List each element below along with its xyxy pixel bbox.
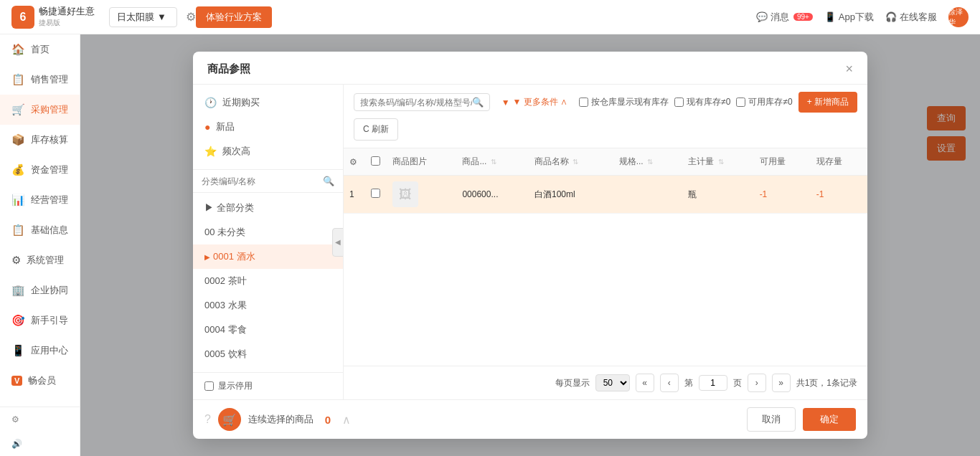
experience-button[interactable]: 体验行业方案 — [196, 6, 272, 28]
cancel-button[interactable]: 取消 — [747, 407, 796, 432]
cell-image: 🖼 — [387, 176, 456, 214]
left-panel-tabs: 🕐 近期购买 ● 新品 ⭐ 频次高 — [193, 85, 343, 170]
col-stock[interactable]: 现存量 — [811, 148, 867, 176]
category-0008[interactable]: 0008 水 — [193, 366, 343, 372]
phone-icon: 📱 — [824, 11, 836, 22]
category-0002[interactable]: 0002 茶叶 — [193, 269, 343, 293]
sidebar-item-guide[interactable]: 🎯 新手引导 — [0, 305, 80, 336]
modal-footer: ? 🛒 连续选择的商品 0 ∧ 取消 确定 — [193, 399, 867, 439]
sidebar-item-system[interactable]: ⚙ 系统管理 — [0, 245, 80, 275]
sidebar-item-finance[interactable]: 💰 资金管理 — [0, 155, 80, 185]
new-product-button[interactable]: + 新增商品 — [798, 92, 857, 113]
cart-button[interactable]: 🛒 — [218, 408, 241, 431]
messages-item[interactable]: 💬 消息 99+ — [756, 11, 813, 24]
member-icon: V — [11, 376, 22, 386]
col-spec[interactable]: 规格... ⇅ — [613, 148, 682, 176]
expand-icon: ▶ — [204, 253, 210, 261]
tab-new-products[interactable]: ● 新品 — [193, 115, 343, 139]
category-0001[interactable]: ▶ 0001 酒水 — [193, 244, 343, 269]
show-disabled-checkbox[interactable] — [204, 381, 214, 391]
sidebar-item-basic[interactable]: 📋 基础信息 — [0, 215, 80, 245]
total-info: 共1页，1条记录 — [796, 377, 857, 389]
page-size-select[interactable]: 50 — [595, 374, 630, 391]
basic-icon: 📋 — [11, 224, 25, 237]
sidebar-item-apps[interactable]: 📱 应用中心 — [0, 336, 80, 366]
inventory-icon: 📦 — [11, 133, 25, 146]
gear-icon[interactable]: ⚙ — [186, 10, 196, 24]
sidebar-item-inventory[interactable]: 📦 库存核算 — [0, 125, 80, 155]
cell-unit: 瓶 — [682, 176, 753, 214]
right-toolbar: 🔍 ▼ ▼ 更多条件 ∧ 按仓库显示现有库存 现有库存≠0 — [344, 85, 867, 148]
main-content: 查询 设置 商品参照 × 🕐 近期购买 — [80, 34, 980, 456]
checkbox-current-stock[interactable]: 现有库存≠0 — [674, 96, 730, 108]
sidebar-bottom-volume[interactable]: 🔊 — [0, 432, 80, 456]
modal-close-button[interactable]: × — [845, 62, 853, 77]
filter-button[interactable]: ▼ ▼ 更多条件 ∧ — [496, 93, 573, 111]
tab-recent-purchase[interactable]: 🕐 近期购买 — [193, 90, 343, 115]
cell-spec — [613, 176, 682, 214]
collapse-button[interactable]: ◀ — [332, 228, 344, 257]
page-input[interactable] — [699, 375, 727, 391]
sidebar-bottom-settings[interactable]: ⚙ — [0, 407, 80, 432]
checkbox-available-stock[interactable]: 可用库存≠0 — [736, 96, 792, 108]
sidebar-item-operations[interactable]: 📊 经营管理 — [0, 185, 80, 215]
sidebar-item-home[interactable]: 🏠 首页 — [0, 34, 80, 65]
modal-header: 商品参照 × — [193, 52, 867, 85]
cell-code: 000600... — [456, 176, 529, 214]
app-download-item[interactable]: 📱 App下载 — [824, 11, 874, 24]
sidebar-item-member[interactable]: V 畅会员 — [0, 366, 80, 396]
operations-icon: 📊 — [11, 194, 25, 206]
modal-title: 商品参照 — [207, 62, 250, 76]
category-all[interactable]: ▶ 全部分类 — [193, 196, 343, 220]
col-available[interactable]: 可用量 — [754, 148, 811, 176]
category-0004[interactable]: 0004 零食 — [193, 318, 343, 342]
search-icon[interactable]: 🔍 — [472, 97, 484, 108]
product-search-input[interactable] — [360, 98, 472, 108]
apps-icon: 📱 — [11, 344, 25, 357]
user-item[interactable]: 徐泽华 — [948, 7, 969, 27]
sidebar-item-enterprise[interactable]: 🏢 企业协同 — [0, 275, 80, 305]
clock-icon: 🕐 — [204, 97, 217, 108]
enterprise-icon: 🏢 — [11, 284, 25, 297]
col-settings[interactable]: ⚙ — [344, 148, 365, 176]
confirm-button[interactable]: 确定 — [803, 408, 856, 431]
purchase-icon: 🛒 — [11, 103, 25, 116]
sort-spec-icon: ⇅ — [647, 158, 653, 166]
select-all-checkbox[interactable] — [371, 156, 380, 166]
selected-count: 0 — [321, 414, 335, 426]
cell-name: 白酒100ml — [529, 176, 613, 214]
logo-icon: 6 — [11, 6, 34, 29]
category-search-icon[interactable]: 🔍 — [323, 176, 334, 186]
table-row[interactable]: 1 🖼 000600... 白酒100ml 瓶 — [344, 176, 867, 214]
message-icon: 💬 — [756, 11, 768, 22]
cell-checkbox[interactable] — [365, 176, 387, 214]
modal-overlay: 商品参照 × 🕐 近期购买 ● 新品 — [80, 34, 980, 456]
tab-frequent[interactable]: ⭐ 频次高 — [193, 139, 343, 163]
sidebar-item-sales[interactable]: 📋 销售管理 — [0, 65, 80, 95]
show-disabled-label[interactable]: 显示停用 — [218, 380, 253, 392]
nav-right: 💬 消息 99+ 📱 App下载 🎧 在线客服 徐泽华 — [756, 7, 969, 27]
page-size-label: 每页显示 — [555, 377, 590, 389]
sidebar-bottom: ⚙ 🔊 — [0, 407, 80, 456]
system-icon: ⚙ — [11, 254, 21, 267]
category-00[interactable]: 00 未分类 — [193, 220, 343, 244]
sidebar-item-purchase[interactable]: 🛒 采购管理 — [0, 95, 80, 125]
refresh-button[interactable]: C 刷新 — [354, 118, 398, 141]
category-0003[interactable]: 0003 水果 — [193, 293, 343, 318]
col-name[interactable]: 商品名称 ⇅ — [529, 148, 613, 176]
last-page-button[interactable]: » — [772, 374, 791, 392]
online-service-item[interactable]: 🎧 在线客服 — [885, 11, 937, 24]
first-page-button[interactable]: « — [636, 374, 654, 392]
message-badge: 99+ — [793, 13, 813, 21]
checkbox-warehouse-stock[interactable]: 按仓库显示现有库存 — [579, 96, 669, 108]
product-thumbnail: 🖼 — [392, 181, 418, 207]
col-code[interactable]: 商品... ⇅ — [456, 148, 529, 176]
category-0005[interactable]: 0005 饮料 — [193, 342, 343, 366]
prev-page-button[interactable]: ‹ — [660, 374, 679, 392]
store-selector[interactable]: 日太阳膜 ▼ — [109, 7, 177, 27]
expand-icon[interactable]: ∧ — [342, 413, 351, 427]
help-icon[interactable]: ? — [204, 413, 211, 426]
next-page-button[interactable]: › — [748, 374, 766, 392]
col-unit[interactable]: 主计量 ⇅ — [682, 148, 753, 176]
category-search-input[interactable] — [202, 176, 323, 186]
